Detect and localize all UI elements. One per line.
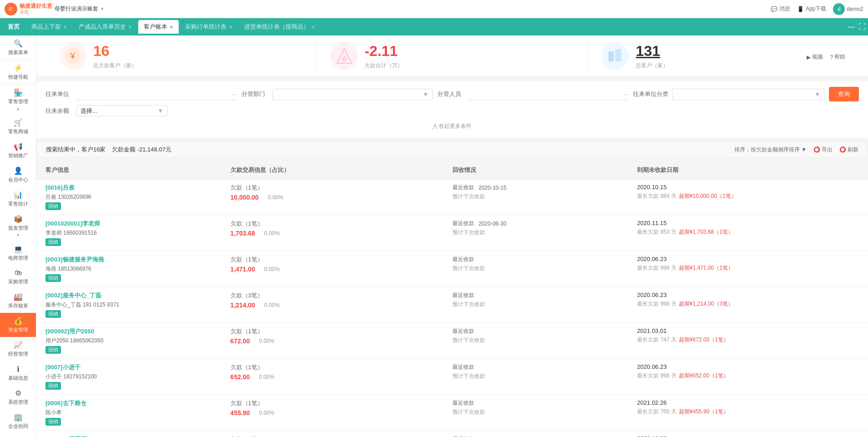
debt-customers-label: 总欠款客户（家） bbox=[93, 62, 137, 70]
sidebar-item-retail-stats[interactable]: 📊 零售统计 bbox=[0, 187, 36, 211]
app-download-label: App下载 bbox=[806, 5, 826, 13]
sidebar-item-guide[interactable]: 🎯 新手引导 bbox=[0, 433, 36, 437]
date-info-3: 2020.06.23 最长欠款 998 天 超期¥1,214.00（3笔） bbox=[637, 291, 859, 308]
sidebar-item-marketing[interactable]: 📢 营销推广 bbox=[0, 139, 36, 163]
svg-rect-5 bbox=[615, 49, 622, 61]
customer-name-0[interactable]: [0016]吕俊 bbox=[45, 184, 231, 192]
overdue-link-1[interactable]: 超期¥1,703.68（1笔） bbox=[679, 228, 733, 236]
customer-info-4: [000002]用户2050 用户2050 18665062050 现销 bbox=[45, 327, 231, 354]
customer-name-3[interactable]: [0002]服务中心_丁磊 bbox=[45, 291, 231, 300]
sidebar-item-enterprise[interactable]: 🏢 企业协同 bbox=[0, 409, 36, 433]
refresh-button[interactable]: ⭕ 刷新 bbox=[839, 146, 858, 154]
sidebar-item-finance[interactable]: 💰 资金管理 bbox=[0, 313, 36, 337]
customer-name-6[interactable]: [0006]去下粮仓 bbox=[45, 399, 231, 407]
sidebar-item-retail[interactable]: 🏪 零售管理 ▲ bbox=[0, 85, 36, 115]
customer-contact-5: 小进干 18279152100 bbox=[45, 373, 231, 381]
message-btn[interactable]: 💬 消息 bbox=[771, 5, 790, 13]
help-btn[interactable]: ? 帮助 bbox=[830, 53, 845, 61]
sidebar-search[interactable]: 🔍 搜索菜单 bbox=[0, 35, 36, 60]
customer-name-7[interactable]: [000001]黄思源 bbox=[45, 435, 231, 437]
manager-dots[interactable]: ··· bbox=[623, 90, 629, 98]
sidebar-item-wholesale[interactable]: 📦 批发管理 ▼ bbox=[0, 211, 36, 241]
table-row: [000002]用户2050 用户2050 18665062050 现销 欠款（… bbox=[36, 323, 868, 359]
collapse-button[interactable]: ⋀ 收起更多条件 bbox=[433, 122, 472, 130]
tab-close-customer-account[interactable]: ✕ bbox=[170, 25, 173, 30]
debt-ratio-0: 0.00% bbox=[268, 194, 283, 201]
filter-manager: 分管人员 ··· bbox=[437, 89, 629, 100]
customer-name-4[interactable]: [000002]用户2050 bbox=[45, 327, 231, 336]
retail-arrow: ▲ bbox=[16, 106, 20, 111]
customer-name-1[interactable]: [0001020001]李老师 bbox=[45, 220, 231, 228]
table-row: [0006]去下粮仓 陈小希 现销 欠款（1笔） 455.90 0.00% bbox=[36, 395, 868, 431]
debt-count-0: 欠款（1笔） bbox=[231, 184, 452, 192]
overdue-link-0[interactable]: 超期¥10,000.00（1笔） bbox=[679, 192, 737, 200]
video-btn[interactable]: ▶ 视频 bbox=[807, 53, 823, 61]
sidebar-item-purchase[interactable]: 🛍 采购管理 bbox=[0, 265, 36, 289]
search-button[interactable]: 查询 bbox=[829, 87, 859, 101]
sidebar-item-operations[interactable]: 📈 经营管理 bbox=[0, 337, 36, 361]
sidebar-item-system[interactable]: ⚙ 系统管理 bbox=[0, 385, 36, 409]
maximize-btn[interactable]: ⛶ bbox=[858, 23, 866, 31]
stat-debt-customers: ¥ 16 总欠款客户（家） bbox=[45, 42, 317, 70]
recovery-info-6: 最近收款 预计下次收款 bbox=[452, 399, 637, 416]
tab-purchase-stats[interactable]: 进货单统计表（按商品） ✕ bbox=[239, 20, 321, 34]
tab-purchase-order[interactable]: 采购订单统计表 ✕ bbox=[180, 20, 238, 34]
filter-dept: 分管部门 ▼ bbox=[241, 89, 433, 100]
sort-button[interactable]: 排序：按欠款金额倒序排序 ▼ bbox=[734, 146, 807, 154]
table-row: [0003]畅捷服务尹海燕 海燕 18513066976 现销 欠款（1笔） 1… bbox=[36, 251, 868, 287]
tab-customer-account[interactable]: 客户账本 ✕ bbox=[138, 20, 179, 34]
dept-label: 分管部门 bbox=[241, 90, 269, 98]
tab-production-history[interactable]: 产成品入库单历史 ✕ bbox=[73, 20, 137, 34]
tab-home[interactable]: 首页 bbox=[2, 20, 25, 34]
overdue-link-2[interactable]: 超期¥1,471.00（1笔） bbox=[679, 264, 733, 272]
sidebar-item-retail-mall[interactable]: 🛒 零售商城 bbox=[0, 115, 36, 139]
sidebar-item-quicknav[interactable]: ⚡ 快捷导航 bbox=[0, 60, 36, 84]
sidebar-item-inventory[interactable]: 🏭 库存核算 bbox=[0, 289, 36, 313]
overdue-info-1: 最长欠款 853 天 超期¥1,703.68（1笔） bbox=[637, 228, 859, 236]
industry-selector[interactable]: 母婴行业演示账套 ▼ bbox=[55, 5, 105, 13]
customer-name-5[interactable]: [0007]小进干 bbox=[45, 363, 231, 372]
manager-input[interactable] bbox=[468, 90, 623, 97]
sidebar-item-basic[interactable]: ℹ 基础信息 bbox=[0, 361, 36, 385]
retail-icon: 🏪 bbox=[14, 88, 23, 97]
date-info-2: 2020.06.23 最长欠款 998 天 超期¥1,471.00（1笔） bbox=[637, 256, 859, 272]
customer-info-1: [0001020001]李老师 李老师 18600391516 现销 bbox=[45, 220, 231, 246]
tab-close-production-history[interactable]: ✕ bbox=[128, 25, 132, 30]
tab-product-shelf[interactable]: 商品上下架 ✕ bbox=[26, 20, 72, 34]
overdue-link-6[interactable]: 超期¥455.90（1笔） bbox=[679, 408, 729, 416]
debt-ratio-5: 0.00% bbox=[259, 374, 274, 380]
unit-type-select[interactable] bbox=[676, 91, 820, 98]
overdue-link-3[interactable]: 超期¥1,214.00（3笔） bbox=[679, 300, 733, 308]
results-bar: 搜索结果中，客户16家 欠款金额 -21,148.07元 排序：按欠款金额倒序排… bbox=[36, 141, 868, 158]
minimize-btn[interactable]: — bbox=[848, 23, 855, 31]
overdue-info-5: 最长欠款 998 天 超期¥652.00（1笔） bbox=[637, 372, 859, 380]
overdue-link-5[interactable]: 超期¥652.00（1笔） bbox=[679, 372, 729, 380]
sidebar-search-section: 🔍 搜索菜单 bbox=[0, 35, 36, 60]
stat-debt-amount: ◇ -2.11 欠款合计（万） bbox=[317, 42, 588, 70]
tab-close-purchase-order[interactable]: ✕ bbox=[229, 25, 232, 30]
date-info-1: 2020.11.15 最长欠款 853 天 超期¥1,703.68（1笔） bbox=[637, 220, 859, 236]
video-label: 视频 bbox=[812, 53, 823, 61]
tab-close-product-shelf[interactable]: ✕ bbox=[63, 25, 67, 30]
table-row: [0016]吕俊 吕俊 13026203696 现销 欠款（1笔） 10,000… bbox=[36, 179, 868, 215]
app-download-btn[interactable]: 📱 App下载 bbox=[797, 5, 826, 13]
customer-tag-1: 现销 bbox=[45, 238, 61, 246]
balance-select[interactable]: 选择... bbox=[80, 107, 163, 114]
debt-row-3: 1,214.00 0.00% bbox=[231, 301, 452, 309]
basic-label: 基础信息 bbox=[8, 375, 28, 382]
source-unit-input[interactable] bbox=[76, 90, 231, 97]
sidebar-item-member[interactable]: 👤 会员中心 bbox=[0, 163, 36, 187]
recovery-info-7: 最近收款 预计下次收款 bbox=[452, 435, 637, 437]
date-due-2: 2020.06.23 bbox=[637, 256, 859, 262]
tab-close-purchase-stats[interactable]: ✕ bbox=[311, 25, 315, 30]
customer-name-2[interactable]: [0003]畅捷服务尹海燕 bbox=[45, 256, 231, 264]
collapse-icon: ⋀ bbox=[433, 123, 437, 130]
source-unit-dots[interactable]: ··· bbox=[231, 90, 237, 98]
overdue-link-4[interactable]: 超期¥672.00（1笔） bbox=[679, 336, 729, 344]
dept-select[interactable] bbox=[276, 91, 429, 98]
export-label: 导出 bbox=[822, 146, 833, 154]
user-avatar[interactable]: d demo2 bbox=[833, 3, 863, 15]
results-summary: 搜索结果中，客户16家 欠款金额 -21,148.07元 bbox=[46, 146, 171, 154]
sidebar-item-ecommerce[interactable]: 💻 电商管理 bbox=[0, 241, 36, 265]
export-button[interactable]: ⭕ 导出 bbox=[813, 146, 833, 154]
